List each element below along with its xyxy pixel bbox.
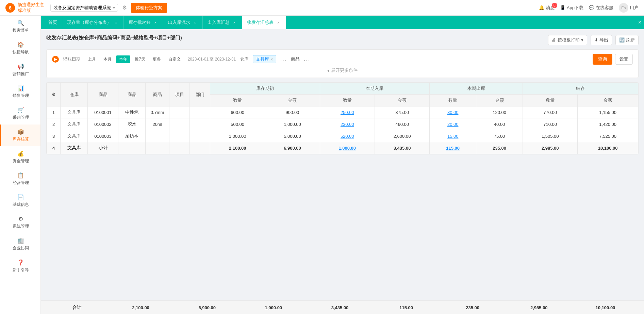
warehouse-tag-close[interactable]: × <box>270 57 273 62</box>
date-shortcuts: 上月 本月 本年 近7天 更多 自定义 <box>85 55 184 63</box>
sidebar-item-operations[interactable]: 📋 经营管理 <box>0 168 40 190</box>
filter-actions: 查询 设置 <box>593 54 633 65</box>
row1-close-amt: 1,155.00 <box>578 106 638 118</box>
row2-close-amt: 1,420.00 <box>578 118 638 130</box>
query-btn[interactable]: 查询 <box>593 54 612 65</box>
sidebar-item-sales[interactable]: 📊 销售管理 <box>0 81 40 103</box>
chevron-down-icon: ▾ <box>581 37 583 43</box>
user-menu-btn[interactable]: Ea 用户 <box>619 3 639 13</box>
tab-recv-send-summary[interactable]: 收发存汇总表 × <box>242 16 286 29</box>
sidebar-item-inventory[interactable]: 📦 库存核算 <box>0 125 40 146</box>
date-btn-this-year[interactable]: 本年 <box>116 55 130 63</box>
system-icon: ⚙ <box>18 216 23 222</box>
row1-project <box>169 106 190 118</box>
content-area: 首页 现存量（库存分布表） × 库存批次账 × 出入库流水 × 出入库汇总 × … <box>41 16 644 314</box>
row1-dept <box>190 106 210 118</box>
row2-name: 胶水 <box>118 118 146 130</box>
row2-close-qty: 710.00 <box>523 118 578 130</box>
app-download-btn[interactable]: 📱 App下载 <box>560 5 583 11</box>
row2-in-qty[interactable]: 230.00 <box>320 118 375 130</box>
goods-label: 商品 <box>291 56 300 62</box>
table-row: 1 文具库 0100001 中性笔 0.7mm 600.00 900.00 25… <box>47 106 638 118</box>
th-settings[interactable]: ⚙ <box>47 83 61 106</box>
sidebar-item-label: 搜索菜单 <box>13 28 29 33</box>
row2-in-amt: 460.00 <box>375 118 429 130</box>
export-btn[interactable]: ⬇ 导出 <box>591 35 612 45</box>
sidebar-item-capital[interactable]: 💰 资金管理 <box>0 146 40 168</box>
row3-in-qty[interactable]: 520.00 <box>320 130 375 142</box>
sidebar-item-quick-nav[interactable]: 🏠 快捷导航 <box>0 37 40 59</box>
row3-spec <box>146 130 169 142</box>
goods-more-btn[interactable]: ... <box>304 56 310 62</box>
th-dept: 部门 <box>190 83 210 106</box>
messages-btn[interactable]: 🔔 消息 6 <box>539 5 555 11</box>
total-close-amt: 10,100.00 <box>572 305 639 310</box>
capital-icon: 💰 <box>17 150 24 157</box>
subtotal-empty2 <box>146 142 169 154</box>
tab-bar-close-btn[interactable]: × <box>638 19 641 26</box>
th-in-qty: 数量 <box>320 95 375 106</box>
trial-button[interactable]: 体验行业方案 <box>131 3 167 13</box>
sidebar-item-basic-info[interactable]: 📄 基础信息 <box>0 190 40 212</box>
tab-batch-ledger[interactable]: 库存批次账 × <box>124 16 163 29</box>
th-open-amt: 金额 <box>265 95 320 106</box>
subtotal-in-qty[interactable]: 1,000.00 <box>320 142 375 154</box>
sidebar-item-label: 营销推广 <box>13 71 29 77</box>
inventory-icon: 📦 <box>17 129 24 135</box>
row1-in-qty[interactable]: 250.00 <box>320 106 375 118</box>
date-btn-custom[interactable]: 自定义 <box>165 55 184 63</box>
sidebar-item-marketing[interactable]: 📢 营销推广 <box>0 59 40 81</box>
gear-btn[interactable]: ⚙ <box>122 4 127 11</box>
row2-dept <box>190 118 210 130</box>
th-goods-spec: 商品 <box>146 83 169 106</box>
online-service-btn[interactable]: 💬 在线客服 <box>589 5 613 11</box>
subtotal-out-qty[interactable]: 115.00 <box>430 142 476 154</box>
tab-close-recv-send[interactable]: × <box>276 20 281 25</box>
purchase-icon: 🛒 <box>17 107 24 113</box>
date-btn-7days[interactable]: 近7天 <box>132 55 148 63</box>
tab-inout-summary[interactable]: 出入库汇总 × <box>203 16 242 29</box>
sidebar-item-label: 基础信息 <box>13 202 29 208</box>
tab-close-inventory-dist[interactable]: × <box>113 20 119 25</box>
print-template-btn[interactable]: 🖨 按模板打印 ▾ <box>548 35 587 45</box>
row2-open-amt: 1,000.00 <box>265 118 320 130</box>
tab-inventory-dist[interactable]: 现存量（库存分布表） × <box>62 16 124 29</box>
sidebar-item-label: 经营管理 <box>13 180 29 186</box>
tab-inout-flow[interactable]: 出入库流水 × <box>163 16 203 29</box>
sidebar-item-guide[interactable]: ❓ 新手引导 <box>0 255 40 277</box>
date-btn-more[interactable]: 更多 <box>150 55 164 63</box>
tab-close-inout-summary[interactable]: × <box>232 20 237 25</box>
warehouse-label: 仓库 <box>240 56 249 62</box>
row2-warehouse: 文具库 <box>61 118 88 130</box>
row3-in-amt: 2,600.00 <box>375 130 429 142</box>
sidebar-item-search[interactable]: 🔍 搜索菜单 <box>0 16 40 37</box>
th-project: 项目 <box>169 83 190 106</box>
system-select[interactable]: 装备及固定资产辅助管理系统 <box>50 4 118 12</box>
row2-out-qty[interactable]: 20.00 <box>430 118 476 130</box>
phone-icon: 📱 <box>560 5 565 10</box>
th-closing: 结存 <box>523 83 638 95</box>
tab-home[interactable]: 首页 <box>44 16 62 29</box>
tab-close-inout-flow[interactable]: × <box>192 20 198 25</box>
refresh-btn[interactable]: 🔄 刷新 <box>615 35 639 45</box>
filter-settings-btn[interactable]: 设置 <box>615 54 633 65</box>
expand-conditions-btn[interactable]: ▾ 展开更多条件 <box>327 67 358 73</box>
total-in-qty: 1,000.00 <box>240 305 307 310</box>
th-in-amt: 金额 <box>375 95 429 106</box>
subtotal-empty1 <box>118 142 146 154</box>
date-btn-last-month[interactable]: 上月 <box>85 55 99 63</box>
sidebar-item-purchase[interactable]: 🛒 采购管理 <box>0 103 40 125</box>
sidebar-item-enterprise[interactable]: 🏢 企业协同 <box>0 233 40 255</box>
date-btn-this-month[interactable]: 本月 <box>100 55 115 63</box>
filter-more-btn[interactable]: ... <box>280 56 287 62</box>
tab-close-batch-ledger[interactable]: × <box>153 20 158 25</box>
row3-project <box>169 130 190 142</box>
row3-code: 0100003 <box>88 130 118 142</box>
row3-out-qty[interactable]: 15.00 <box>430 130 476 142</box>
filter-toggle-btn[interactable]: ▶ <box>52 56 59 63</box>
service-icon: 💬 <box>589 5 594 10</box>
row1-out-qty[interactable]: 80.00 <box>430 106 476 118</box>
sidebar-item-system[interactable]: ⚙ 系统管理 <box>0 212 40 233</box>
warehouse-tag: 文具库 × <box>253 55 276 63</box>
th-goods-code: 商品 <box>88 83 118 106</box>
